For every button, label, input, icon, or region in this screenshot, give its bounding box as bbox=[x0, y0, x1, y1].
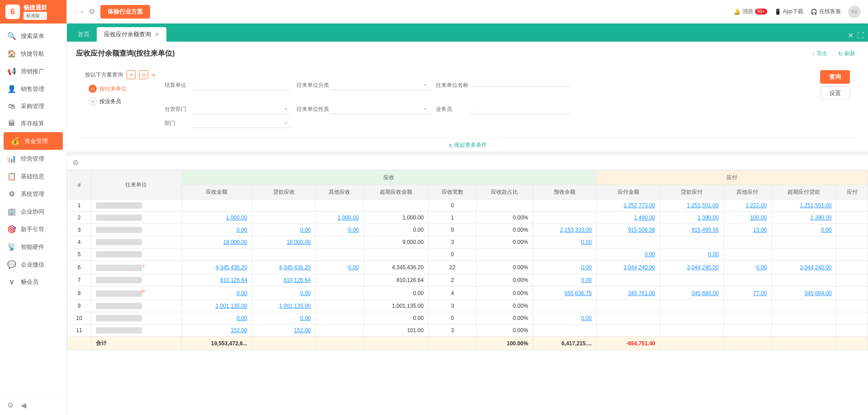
sidebar-item-label: 营销推广 bbox=[21, 67, 44, 76]
message-icon: 🔔 bbox=[734, 9, 741, 15]
sidebar-item-sales[interactable]: 👤 销售管理 bbox=[0, 80, 66, 98]
footer-yingshou-total: 19,553,472,6... bbox=[181, 337, 252, 350]
wanglai-name-label: 往来单位名称 bbox=[436, 81, 468, 89]
footer-empty8 bbox=[772, 337, 836, 350]
sidebar-item-inventory[interactable]: 🏛 库存核算 bbox=[0, 115, 66, 132]
sidebar-item-guide[interactable]: 🎯 新手引导 bbox=[0, 220, 66, 238]
tab-home[interactable]: 首页 bbox=[71, 27, 97, 42]
field-dots-icon: ··· bbox=[195, 82, 203, 88]
smarthw-icon: 📡 bbox=[7, 243, 16, 251]
col-yingshou-dk: 贷款应收 bbox=[252, 185, 315, 200]
wanglai-xingzhi-input[interactable]: ▾ bbox=[331, 105, 430, 114]
collapse-more-button[interactable]: ∧ 收起更多条件 bbox=[76, 138, 859, 152]
enterprise-icon: 🏢 bbox=[7, 207, 16, 216]
sidebar-item-marketing[interactable]: 📢 营销推广 bbox=[0, 62, 66, 80]
yewuyuan-input[interactable]: ··· bbox=[470, 105, 570, 114]
collapse-scheme-button[interactable]: « bbox=[152, 71, 156, 78]
sidebar-item-system[interactable]: ⚙ 系统管理 bbox=[0, 185, 66, 203]
wanglai-name-input[interactable] bbox=[470, 84, 570, 87]
tab-close-icon[interactable]: ✕ bbox=[155, 31, 159, 38]
query-button[interactable]: 查询 bbox=[820, 70, 850, 84]
scheme-item-yewuyuan[interactable]: ⊙ 按业务员 bbox=[85, 95, 157, 107]
wanglai-unit: ████████████ bbox=[91, 212, 181, 224]
fenguan-input[interactable]: ▾ bbox=[192, 105, 291, 114]
col-yingfu-chaoqi: 超期应付贷款 bbox=[772, 185, 836, 200]
col-yushou-ye: 预收余额 bbox=[533, 185, 596, 200]
add-scheme-button[interactable]: + bbox=[127, 70, 136, 79]
scheme-item-wanglai[interactable]: ⊙ 按往来单位 bbox=[85, 83, 157, 95]
service-button[interactable]: 🎧 在线客服 bbox=[811, 8, 841, 15]
settings-button[interactable]: 设置 bbox=[820, 86, 850, 100]
sidebar-item-wechat[interactable]: 💬 企业微信 bbox=[0, 256, 66, 273]
breadcrumb: ··· ▾ bbox=[74, 9, 83, 15]
wanglai-fenlei-input[interactable]: ▾ bbox=[331, 81, 430, 90]
tab-close-window-icon[interactable]: ✕ bbox=[848, 31, 854, 40]
user-avatar[interactable]: Rit bbox=[848, 5, 861, 18]
wanglai-unit: ████████████ bbox=[91, 324, 181, 337]
wanglai-fenlei-label: 往来单位分类 bbox=[297, 81, 329, 89]
col-yingshou-zhanbi: 应收款占比 bbox=[476, 185, 533, 200]
trial-button[interactable]: 体验行业方案 bbox=[100, 5, 150, 19]
table-toolbar: ⚙ bbox=[67, 156, 868, 170]
wanglai-unit: ████████████ bbox=[91, 300, 181, 312]
page-header: 应收应付余额查询(按往来单位) ↑ 导出 ↻ 刷新 按以下方案查询 bbox=[67, 42, 868, 152]
table-row: 5████████████00.000.00 bbox=[67, 248, 868, 261]
jiesuan-input[interactable]: ··· bbox=[192, 81, 291, 90]
sidebar-item-basicinfo[interactable]: 📋 基础信息 bbox=[0, 167, 66, 185]
wanglai-unit: ████████████ bbox=[91, 312, 181, 324]
col-group-yingshou: 应收 bbox=[181, 171, 596, 185]
member-icon: V bbox=[7, 279, 16, 286]
message-button[interactable]: 🔔 消息 99+ bbox=[734, 8, 767, 15]
marketing-icon: 📢 bbox=[7, 67, 16, 76]
refresh-button[interactable]: ↻ 刷新 bbox=[835, 48, 859, 59]
sidebar-item-label: 经营管理 bbox=[21, 155, 44, 163]
table-row: 10████████████0.000.000.0000.00%0.00 bbox=[67, 312, 868, 324]
sidebar-item-enterprise[interactable]: 🏢 企业协同 bbox=[0, 203, 66, 220]
message-label: 消息 bbox=[742, 8, 753, 15]
app-download-button[interactable]: 📱 App下载 bbox=[774, 8, 803, 15]
wanglai-unit: ████████████ bbox=[91, 248, 181, 261]
col-yingfu-qt: 其他应付 bbox=[723, 185, 771, 200]
wanglai-unit: ████████████ bbox=[91, 274, 181, 286]
sidebar-item-smarthw[interactable]: 📡 智能硬件 bbox=[0, 238, 66, 256]
guide-icon: 🎯 bbox=[7, 225, 16, 234]
bumen-input[interactable]: ▾ bbox=[192, 119, 291, 128]
table-row: 2████████████1,000.001,000.001,000.0010.… bbox=[67, 212, 868, 224]
sidebar-item-search[interactable]: 🔍 搜索菜单 bbox=[0, 27, 66, 45]
col-index-header: # bbox=[67, 171, 91, 200]
tab-maximize-icon[interactable]: ⛶ bbox=[857, 32, 864, 40]
sidebar-collapse-icon[interactable]: ◀ bbox=[21, 401, 26, 410]
sidebar-item-member[interactable]: V 畅会员 bbox=[0, 273, 66, 291]
sidebar-item-label: 库存核算 bbox=[21, 119, 44, 128]
jiesuan-label: 结算单位 bbox=[165, 81, 190, 89]
wanglai-unit: ████████████ bbox=[91, 236, 181, 248]
export-button[interactable]: ↑ 导出 bbox=[808, 48, 831, 59]
table-row: 6████████████√4,345,436.204,345,436.200.… bbox=[67, 261, 868, 274]
table-row: 9████████████1,001,135.001,001,135.001,0… bbox=[67, 300, 868, 312]
tab-ar-query[interactable]: 应收应付余额查询 ✕ bbox=[97, 27, 166, 42]
logo-name: 畅捷通财 bbox=[24, 4, 47, 12]
breadcrumb-text: ··· bbox=[74, 9, 79, 15]
data-table-section: ⚙ # 往来单位 应收 应付 应收金额 贷款应收 其他应收 超期应收金额 应收笔… bbox=[67, 156, 868, 415]
dropdown-arrow2-icon: ▾ bbox=[285, 106, 288, 112]
sidebar-item-purchase[interactable]: 🛍 采购管理 bbox=[0, 98, 66, 115]
col-wanglai-header: 往来单位 bbox=[91, 171, 181, 200]
yewuyuan-dots-icon: ··· bbox=[474, 106, 481, 112]
service-icon: 🎧 bbox=[811, 9, 817, 15]
sidebar-item-label: 基础信息 bbox=[21, 172, 44, 181]
tab-ar-label: 应收应付余额查询 bbox=[104, 30, 151, 38]
sidebar-item-finance[interactable]: 💰 资金管理 bbox=[4, 132, 63, 150]
wanglai-unit: ████████████√ bbox=[91, 261, 181, 274]
sidebar-settings-icon[interactable]: ⚙ bbox=[7, 401, 14, 410]
scheme-list: ⊙ 按往来单位 ⊙ 按业务员 bbox=[85, 83, 157, 107]
logo-badge: 标准版 bbox=[24, 12, 47, 20]
sidebar-item-label: 畅会员 bbox=[21, 278, 38, 286]
header-settings-icon[interactable]: ⚙ bbox=[89, 7, 95, 16]
sidebar-item-quicknav[interactable]: 🏠 快捷导航 bbox=[0, 45, 66, 62]
wechat-icon: 💬 bbox=[7, 260, 16, 269]
wanglai-unit: ████████████ bbox=[91, 200, 181, 212]
scheme-settings-button[interactable]: ⊙ bbox=[139, 70, 148, 79]
footer-empty9 bbox=[836, 337, 868, 350]
table-settings-icon[interactable]: ⚙ bbox=[72, 158, 79, 167]
sidebar-item-operation[interactable]: 📊 经营管理 bbox=[0, 150, 66, 167]
